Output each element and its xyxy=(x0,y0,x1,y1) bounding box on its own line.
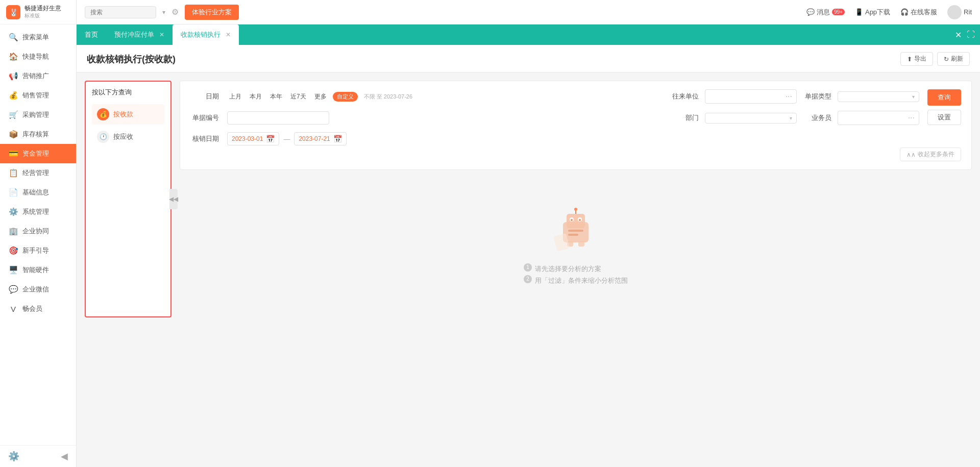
logo-sub: 标准版 xyxy=(24,12,61,19)
date-last-month[interactable]: 上月 xyxy=(227,91,243,102)
svg-point-4 xyxy=(571,219,573,221)
setting-button[interactable]: 设置 xyxy=(927,110,961,125)
svg-point-5 xyxy=(579,219,581,221)
verify-date-start-input[interactable]: 2023-03-01 📅 xyxy=(227,132,279,145)
filter-row-1: 日期 上月 本月 本年 近7天 更多 自定义 不限 至 2023-07-26 xyxy=(190,89,919,104)
message-item[interactable]: 💬 消息 99+ xyxy=(806,8,845,17)
sidebar-item-wechat[interactable]: 💬 企业微信 xyxy=(0,280,76,299)
right-panel: 日期 上月 本月 本年 近7天 更多 自定义 不限 至 2023-07-26 xyxy=(180,81,972,317)
page-title-row: 收款核销执行(按收款) ⬆ 导出 ↻ 刷新 xyxy=(87,52,970,66)
verify-date-end-text: 2023-07-21 xyxy=(299,135,330,142)
filter-row-2: 单据编号 部门 ▾ 业务员 xyxy=(190,111,919,125)
doc-type-label: 单据类型 xyxy=(803,92,831,101)
export-button[interactable]: ⬆ 导出 xyxy=(900,52,933,66)
date-custom[interactable]: 自定义 xyxy=(333,92,358,102)
staff-dots-icon[interactable]: ··· xyxy=(908,113,915,122)
sidebar-item-label-system: 系统管理 xyxy=(22,207,49,216)
page-area: 收款核销执行(按收款) ⬆ 导出 ↻ 刷新 按以下方查询 xyxy=(77,45,980,467)
date-this-month[interactable]: 本月 xyxy=(248,91,264,102)
sidebar-item-operations[interactable]: 📋 经营管理 xyxy=(0,163,76,183)
date-more[interactable]: 更多 xyxy=(312,91,329,102)
sidebar-item-label-sales: 销售管理 xyxy=(22,91,49,100)
dept-select[interactable]: ▾ xyxy=(705,113,797,124)
sidebar-item-system[interactable]: ⚙️ 系统管理 xyxy=(0,202,76,222)
panel-collapse-arrow[interactable]: ◀◀ xyxy=(169,189,178,209)
marketing-icon: 📢 xyxy=(8,71,18,81)
verify-date-end-input[interactable]: 2023-07-21 📅 xyxy=(294,132,346,145)
sidebar-item-label-finance: 资金管理 xyxy=(22,149,49,158)
unit-select[interactable]: ··· xyxy=(705,89,797,104)
doc-type-select[interactable]: ▾ xyxy=(838,91,919,102)
tab-bar: 首页 预付冲应付单 ✕ 收款核销执行 ✕ ✕ ⛶ xyxy=(77,24,980,45)
query-method-title: 按以下方查询 xyxy=(92,88,164,97)
tab-collection[interactable]: 收款核销执行 ✕ xyxy=(173,24,239,45)
close-window-icon[interactable]: ✕ xyxy=(955,30,962,40)
message-icon: 💬 xyxy=(806,8,815,16)
purchase-icon: 🛒 xyxy=(8,110,18,119)
sidebar-item-basic-info[interactable]: 📄 基础信息 xyxy=(0,183,76,202)
footer-settings-icon[interactable]: ⚙️ xyxy=(8,451,19,462)
sidebar-item-hardware[interactable]: 🖥️ 智能硬件 xyxy=(0,260,76,280)
service-icon: 🎧 xyxy=(900,8,909,16)
staff-select[interactable]: ··· xyxy=(838,111,919,125)
tip-text-1: 请先选择要分析的方案 xyxy=(535,263,601,275)
by-receivable-label: 按应收 xyxy=(113,132,133,141)
topbar-search-input[interactable] xyxy=(85,6,156,18)
sidebar-item-finance[interactable]: 💳 资金管理 xyxy=(0,144,76,163)
date-last-7-days[interactable]: 近7天 xyxy=(288,91,308,102)
export-icon: ⬆ xyxy=(907,56,912,63)
calendar-start-icon: 📅 xyxy=(266,135,275,143)
doc-no-label: 单据编号 xyxy=(190,113,219,122)
collapse-more-button[interactable]: ∧∧ 收起更多条件 xyxy=(900,148,961,161)
app-label: App下载 xyxy=(865,8,890,17)
query-button[interactable]: 查询 xyxy=(927,89,961,106)
sidebar-item-label-guide: 新手引导 xyxy=(22,246,49,255)
query-method-panel: 按以下方查询 💰 按收款 🕐 按应收 ◀◀ xyxy=(85,81,172,317)
refresh-button[interactable]: ↻ 刷新 xyxy=(937,52,970,66)
query-by-receivable[interactable]: 🕐 按应收 xyxy=(92,127,164,147)
expand-icon[interactable]: ⛶ xyxy=(967,30,975,39)
sidebar-item-label-purchase: 采购管理 xyxy=(22,110,49,119)
settings-gear-icon[interactable]: ⚙ xyxy=(172,7,179,17)
sidebar-item-member[interactable]: V 畅会员 xyxy=(0,299,76,318)
filter-main-area: 日期 上月 本月 本年 近7天 更多 自定义 不限 至 2023-07-26 xyxy=(190,89,961,145)
industry-solution-button[interactable]: 体验行业方案 xyxy=(185,5,239,20)
tip-1: 1 请先选择要分析的方案 xyxy=(524,263,628,275)
app-download-item[interactable]: 📱 App下载 xyxy=(855,8,890,17)
online-service-item[interactable]: 🎧 在线客服 xyxy=(900,8,937,17)
date-this-year[interactable]: 本年 xyxy=(268,91,284,102)
sidebar-item-marketing[interactable]: 📢 营销推广 xyxy=(0,66,76,86)
collapse-more-label: 收起更多条件 xyxy=(918,150,954,159)
page-header: 收款核销执行(按收款) ⬆ 导出 ↻ 刷新 xyxy=(77,45,980,72)
tip-2: 2 用「过滤」条件来缩小分析范围 xyxy=(524,275,628,286)
sidebar-item-inventory[interactable]: 📦 库存核算 xyxy=(0,125,76,144)
tabs-expand-actions: ✕ ⛶ xyxy=(955,30,980,40)
query-by-receipt[interactable]: 💰 按收款 xyxy=(92,104,164,125)
sidebar-item-guide[interactable]: 🎯 新手引导 xyxy=(0,241,76,260)
member-icon: V xyxy=(8,305,18,313)
sidebar-item-sales[interactable]: 💰 销售管理 xyxy=(0,86,76,105)
sidebar-item-label-enterprise: 企业协同 xyxy=(22,227,49,236)
sidebar-item-label-search: 搜索菜单 xyxy=(22,33,49,42)
tab-home[interactable]: 首页 xyxy=(77,24,106,45)
verify-date-range: 2023-03-01 📅 — 2023-07-21 📅 xyxy=(227,132,347,145)
sidebar-item-quick-nav[interactable]: 🏠 快捷导航 xyxy=(0,47,76,66)
sales-icon: 💰 xyxy=(8,91,18,100)
tab-collection-close-icon[interactable]: ✕ xyxy=(226,31,231,38)
svg-rect-1 xyxy=(567,214,585,228)
staff-label: 业务员 xyxy=(803,113,831,122)
chevron-down-icon[interactable]: ▾ xyxy=(162,9,165,16)
sidebar-item-enterprise[interactable]: 🏢 企业协同 xyxy=(0,222,76,241)
sidebar: 🐰 畅捷通好生意 标准版 🔍 搜索菜单 🏠 快捷导航 📢 营销推广 💰 销售管理… xyxy=(0,0,77,467)
doc-no-input[interactable] xyxy=(227,111,329,125)
date-unlimited: 不限 至 2023-07-26 xyxy=(364,93,412,101)
svg-rect-8 xyxy=(568,230,583,232)
user-info[interactable]: Rit xyxy=(947,5,972,19)
footer-collapse-icon[interactable]: ◀ xyxy=(61,451,68,462)
sidebar-item-purchase[interactable]: 🛒 采购管理 xyxy=(0,105,76,125)
operations-icon: 📋 xyxy=(8,168,18,178)
tab-prepay[interactable]: 预付冲应付单 ✕ xyxy=(106,24,173,45)
sidebar-item-search[interactable]: 🔍 搜索菜单 xyxy=(0,28,76,47)
tab-prepay-close-icon[interactable]: ✕ xyxy=(159,31,164,38)
unit-dots-icon[interactable]: ··· xyxy=(786,92,792,101)
